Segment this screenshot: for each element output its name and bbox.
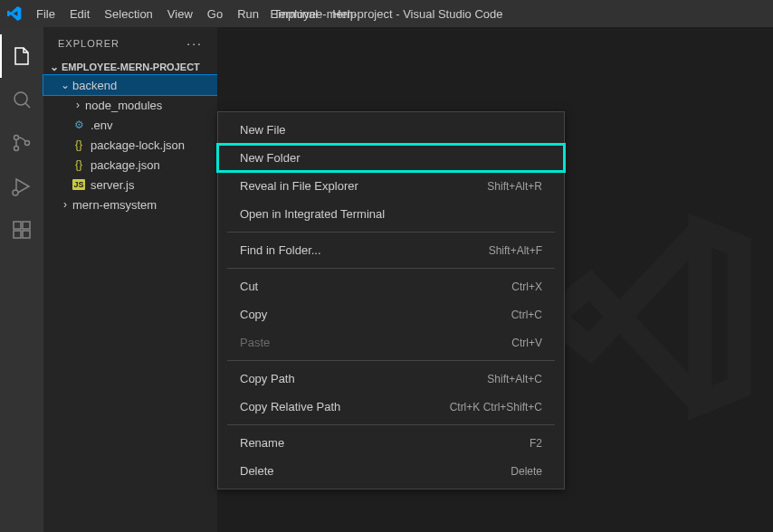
gear-icon: ⚙ bbox=[71, 119, 87, 131]
folder-label: mern-emsystem bbox=[72, 198, 157, 212]
window-title: Employee-mern-project - Visual Studio Co… bbox=[271, 7, 503, 21]
file-label: server.js bbox=[91, 178, 134, 192]
separator bbox=[227, 360, 555, 361]
file-label: package.json bbox=[91, 158, 160, 172]
ctx-find-in-folder[interactable]: Find in Folder...Shift+Alt+F bbox=[218, 236, 564, 264]
ctx-new-folder[interactable]: New Folder bbox=[218, 144, 564, 172]
svg-point-0 bbox=[14, 92, 27, 105]
ctx-new-file[interactable]: New File bbox=[218, 116, 564, 144]
ctx-copy[interactable]: CopyCtrl+C bbox=[218, 300, 564, 328]
folder-backend[interactable]: ⌄ backend bbox=[43, 75, 217, 95]
vscode-logo-icon bbox=[7, 6, 22, 21]
file-server-js[interactable]: JS server.js bbox=[43, 175, 217, 195]
file-env[interactable]: ⚙ .env bbox=[43, 115, 217, 135]
ctx-cut[interactable]: CutCtrl+X bbox=[218, 272, 564, 300]
ctx-paste: PasteCtrl+V bbox=[218, 328, 564, 356]
menu-file[interactable]: File bbox=[29, 4, 62, 24]
separator bbox=[227, 424, 555, 425]
svg-point-4 bbox=[13, 190, 18, 195]
menu-selection[interactable]: Selection bbox=[97, 4, 159, 24]
sidebar: EXPLORER ··· ⌄ EMPLOYEE-MERN-PROJECT ⌄ b… bbox=[43, 27, 217, 532]
explorer-header: EXPLORER ··· bbox=[43, 27, 217, 59]
menu-edit[interactable]: Edit bbox=[62, 4, 97, 24]
ctx-copy-path[interactable]: Copy PathShift+Alt+C bbox=[218, 365, 564, 393]
explorer-tab-icon[interactable] bbox=[0, 34, 43, 78]
explorer-title: EXPLORER bbox=[58, 38, 119, 49]
project-header[interactable]: ⌄ EMPLOYEE-MERN-PROJECT bbox=[43, 59, 217, 75]
separator bbox=[227, 268, 555, 269]
ctx-copy-relative-path[interactable]: Copy Relative PathCtrl+K Ctrl+Shift+C bbox=[218, 393, 564, 421]
extensions-tab-icon[interactable] bbox=[0, 208, 43, 252]
chevron-right-icon: › bbox=[71, 99, 85, 111]
folder-label: backend bbox=[72, 79, 117, 92]
chevron-down-icon: ⌄ bbox=[47, 61, 62, 73]
menu-go[interactable]: Go bbox=[200, 4, 230, 24]
folder-mern-emsystem[interactable]: › mern-emsystem bbox=[43, 195, 217, 214]
ctx-rename[interactable]: RenameF2 bbox=[218, 429, 564, 457]
chevron-right-icon: › bbox=[58, 198, 72, 211]
more-actions-icon[interactable]: ··· bbox=[186, 36, 203, 51]
folder-node-modules[interactable]: › node_modules bbox=[43, 95, 217, 115]
svg-point-3 bbox=[25, 141, 30, 146]
file-label: .env bbox=[91, 119, 113, 132]
json-icon: {} bbox=[71, 158, 87, 171]
js-icon: JS bbox=[71, 179, 87, 190]
file-label: package-lock.json bbox=[91, 138, 185, 152]
project-name: EMPLOYEE-MERN-PROJECT bbox=[62, 62, 200, 72]
source-control-tab-icon[interactable] bbox=[0, 121, 43, 165]
run-debug-tab-icon[interactable] bbox=[0, 165, 43, 208]
svg-rect-5 bbox=[14, 222, 21, 229]
svg-point-1 bbox=[14, 136, 19, 140]
ctx-delete[interactable]: DeleteDelete bbox=[218, 457, 564, 485]
svg-rect-8 bbox=[23, 222, 30, 229]
file-package-json[interactable]: {} package.json bbox=[43, 155, 217, 175]
search-tab-icon[interactable] bbox=[0, 78, 43, 121]
context-menu: New File New Folder Reveal in File Explo… bbox=[217, 111, 565, 489]
separator bbox=[227, 232, 555, 233]
file-package-lock[interactable]: {} package-lock.json bbox=[43, 135, 217, 155]
ctx-open-terminal[interactable]: Open in Integrated Terminal bbox=[218, 200, 564, 228]
menu-run[interactable]: Run bbox=[230, 4, 266, 24]
menu-view[interactable]: View bbox=[160, 4, 200, 24]
svg-rect-6 bbox=[14, 231, 21, 238]
svg-point-2 bbox=[14, 147, 19, 151]
activity-bar bbox=[0, 27, 43, 532]
ctx-reveal[interactable]: Reveal in File ExplorerShift+Alt+R bbox=[218, 172, 564, 200]
folder-label: node_modules bbox=[85, 99, 162, 112]
chevron-down-icon: ⌄ bbox=[58, 79, 72, 91]
titlebar: File Edit Selection View Go Run Terminal… bbox=[0, 0, 773, 27]
json-icon: {} bbox=[71, 138, 87, 151]
svg-rect-7 bbox=[23, 231, 30, 238]
